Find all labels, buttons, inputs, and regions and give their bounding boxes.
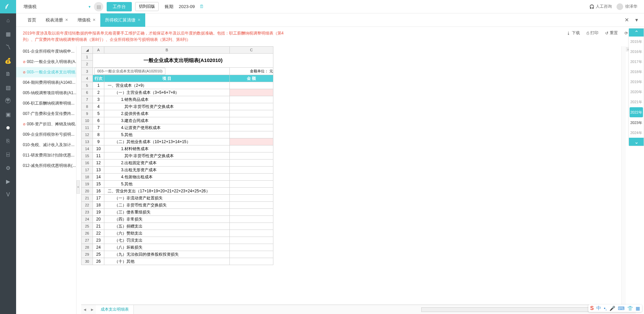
col-header-b[interactable]: B xyxy=(104,47,230,54)
cell-item[interactable]: 其中:非货币性资产交换成本 xyxy=(104,152,230,160)
sheet-list-item[interactable]: 006-职工薪酬纳税调整明细... xyxy=(16,98,76,109)
ime-punct-icon[interactable]: •, xyxy=(604,306,607,311)
nav-home-icon[interactable]: ⌂ xyxy=(4,17,12,24)
cell-amount[interactable] xyxy=(230,174,273,181)
cell-line[interactable]: 12 xyxy=(93,160,104,167)
cell-amount[interactable] xyxy=(230,244,273,251)
cell-amount[interactable] xyxy=(230,216,273,223)
cell-item[interactable]: （二）非货币性资产交换损失 xyxy=(104,202,230,209)
row-header[interactable]: 15 xyxy=(82,152,93,160)
sheet-list-item[interactable]: ⊘003-一般企业成本支出明细... xyxy=(16,67,76,77)
cell-item[interactable]: 4.让渡资产使用权成本 xyxy=(104,124,230,131)
sheet-list-item[interactable]: 011-研发费用加计扣除优惠... xyxy=(16,150,76,161)
ime-voice-icon[interactable]: 🎤 xyxy=(609,306,615,311)
cell-amount[interactable] xyxy=(230,117,273,124)
tab-2[interactable]: 增值税✕ xyxy=(73,13,100,27)
cell-item[interactable]: （九）无法收回的债券股权投资损失 xyxy=(104,251,230,258)
cell-amount[interactable] xyxy=(230,209,273,216)
sheet-list-item[interactable]: 010-免税、减计收入及加计... xyxy=(16,140,76,150)
cell-line[interactable]: 26 xyxy=(93,258,104,265)
cell-item[interactable]: 其中:非货币性资产交换成本 xyxy=(104,103,230,110)
cell-amount[interactable] xyxy=(230,181,273,188)
nav-money-icon[interactable]: 💰 xyxy=(4,57,12,64)
cell-amount[interactable] xyxy=(230,167,273,174)
cell-line[interactable]: 21 xyxy=(93,223,104,230)
row-header[interactable]: 18 xyxy=(82,174,93,181)
consult-link[interactable]: 🎧 人工咨询 xyxy=(589,4,612,9)
nav-tax-icon[interactable]: ☻ xyxy=(4,124,12,131)
cell-item[interactable]: （一）非流动资产处置损失 xyxy=(104,195,230,202)
app-logo[interactable] xyxy=(0,0,16,13)
sheet-list-item[interactable]: 007-广告费和业务宣传费跨... xyxy=(16,109,76,119)
cell-item[interactable]: 1.材料销售成本 xyxy=(104,145,230,152)
cell-line[interactable]: 15 xyxy=(93,181,104,188)
cell-item[interactable]: （一）主营业务成本（3+5+6+7+8） xyxy=(104,89,230,96)
download-button[interactable]: ⭳下载 xyxy=(567,30,580,36)
year-item[interactable]: 2023年 xyxy=(629,118,644,128)
cell-amount[interactable] xyxy=(230,110,273,117)
spreadsheet-grid[interactable]: ◢ A B C 1一般企业成本支出明细表(A102010) 2 3003-一般企… xyxy=(81,46,273,265)
sheet-list-item[interactable]: 009-企业所得税弥补亏损明... xyxy=(16,129,76,140)
cell-line[interactable]: 9 xyxy=(93,138,104,145)
nav-video-icon[interactable]: ▶ xyxy=(4,178,12,185)
cell-amount[interactable] xyxy=(230,202,273,209)
reset-button[interactable]: ↺重置 xyxy=(605,30,618,36)
cell-amount[interactable] xyxy=(230,237,273,244)
nav-archive-icon[interactable]: ⌸ xyxy=(4,151,12,158)
nav-calendar-icon[interactable]: ▣ xyxy=(4,111,12,118)
period-value[interactable]: 2023-09 xyxy=(179,4,195,9)
row-header[interactable]: 5 xyxy=(82,82,93,89)
cell-line[interactable]: 20 xyxy=(93,216,104,223)
sheet-list-item[interactable]: ⊘008-资产折旧、摊销及纳税... xyxy=(16,119,76,129)
cell-line[interactable]: 7 xyxy=(93,124,104,131)
year-item[interactable]: 2016年 xyxy=(629,47,644,57)
ime-lang-label[interactable]: 中 xyxy=(596,305,601,311)
row-header[interactable]: 7 xyxy=(82,96,93,103)
year-item[interactable]: 2019年 xyxy=(629,77,644,87)
row-header[interactable]: 25 xyxy=(82,223,93,230)
cell-amount[interactable] xyxy=(230,160,273,167)
cell-amount[interactable] xyxy=(230,82,273,89)
cell-item[interactable]: （十）其他 xyxy=(104,258,230,265)
row-header[interactable]: 17 xyxy=(82,167,93,174)
tab-1[interactable]: 税表清册✕ xyxy=(41,13,73,27)
cell-amount[interactable] xyxy=(230,195,273,202)
tab-more-icon[interactable]: ▾ xyxy=(633,16,641,24)
cell-line[interactable]: 5 xyxy=(93,110,104,117)
tab-close-all-icon[interactable]: ✕ xyxy=(623,16,631,24)
cell-line[interactable]: 2 xyxy=(93,89,104,96)
nav-export-icon[interactable]: ⎘ xyxy=(4,137,12,145)
cell-line[interactable]: 23 xyxy=(93,237,104,244)
cell-line[interactable]: 24 xyxy=(93,244,104,251)
row-header[interactable]: 26 xyxy=(82,230,93,237)
sheet-list-item[interactable]: 005-纳税调整项目明细表(A1... xyxy=(16,88,76,98)
row-header[interactable]: 9 xyxy=(82,110,93,117)
cell-item[interactable]: 一、营业成本（2+9） xyxy=(104,82,230,89)
cell-amount[interactable] xyxy=(230,223,273,230)
workbench-button[interactable]: 工作台 xyxy=(107,2,132,11)
row-header[interactable]: 21 xyxy=(82,195,93,202)
cell-amount[interactable] xyxy=(230,124,273,131)
row-header[interactable]: 6 xyxy=(82,89,93,96)
year-down-icon[interactable]: ⌄ xyxy=(629,138,644,146)
ime-toolbox-icon[interactable]: ▦ xyxy=(636,306,640,311)
close-icon[interactable]: ✕ xyxy=(93,18,96,22)
row-header[interactable]: 24 xyxy=(82,216,93,223)
cell-line[interactable]: 1 xyxy=(93,82,104,89)
cell-line[interactable]: 13 xyxy=(93,167,104,174)
cell-amount[interactable] xyxy=(230,251,273,258)
row-header[interactable]: 14 xyxy=(82,145,93,152)
year-item[interactable]: 2024年 xyxy=(629,128,644,138)
cell-amount[interactable] xyxy=(230,145,273,152)
sheet-list-item[interactable]: 012-减免所得税优惠明细表(... xyxy=(16,161,76,171)
row-header[interactable]: 30 xyxy=(82,258,93,265)
cell-amount[interactable] xyxy=(230,103,273,110)
ime-toolbar[interactable]: S 中 •, 🎤 ⌨ 👕 ▦ xyxy=(588,305,642,312)
sheet-next-icon[interactable]: ► xyxy=(89,307,96,312)
cell-line[interactable]: 14 xyxy=(93,174,104,181)
row-header[interactable]: 16 xyxy=(82,160,93,167)
nav-report-icon[interactable]: ▧ xyxy=(4,84,12,91)
cell-item[interactable]: （六）赞助支出 xyxy=(104,230,230,237)
calendar-icon[interactable]: 🗓 xyxy=(200,4,204,9)
user-menu[interactable]: 徐泽华 xyxy=(616,3,637,10)
